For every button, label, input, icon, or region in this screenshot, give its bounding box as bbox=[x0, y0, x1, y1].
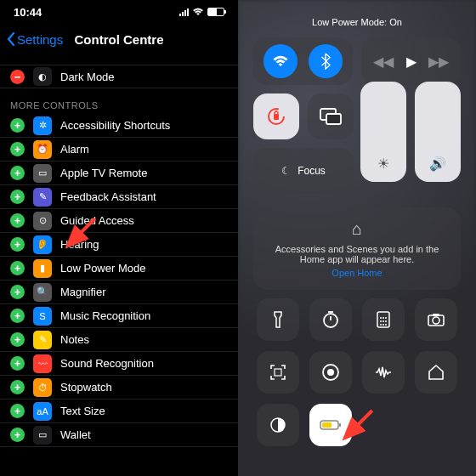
add-icon[interactable]: + bbox=[10, 404, 25, 418]
svg-point-12 bbox=[380, 320, 382, 322]
page-title: Control Centre bbox=[75, 32, 164, 47]
app-icon: ✎ bbox=[33, 188, 52, 207]
screen-mirror-tile[interactable] bbox=[308, 94, 354, 139]
home-icon: ⌂ bbox=[267, 219, 447, 239]
rotation-lock-tile[interactable] bbox=[253, 94, 299, 139]
play-icon[interactable]: ▶ bbox=[406, 54, 416, 70]
add-icon[interactable]: + bbox=[10, 118, 25, 133]
add-icon[interactable]: + bbox=[10, 261, 25, 275]
home-link[interactable]: Open Home bbox=[267, 268, 447, 278]
more-controls-list: +✲Accessibility Shortcuts+⏰Alarm+▭Apple … bbox=[0, 114, 238, 447]
svg-rect-4 bbox=[326, 114, 341, 124]
row-label: Alarm bbox=[60, 143, 89, 156]
add-icon[interactable]: + bbox=[10, 142, 25, 156]
app-icon: S bbox=[33, 307, 52, 326]
more-row[interactable]: +✲Accessibility Shortcuts bbox=[0, 114, 238, 138]
add-icon[interactable]: + bbox=[10, 213, 25, 228]
wifi-toggle[interactable] bbox=[264, 44, 298, 78]
more-row[interactable]: +⏰Alarm bbox=[0, 138, 238, 162]
more-row[interactable]: +✎Feedback Assistant bbox=[0, 185, 238, 209]
svg-point-9 bbox=[380, 317, 382, 319]
svg-point-15 bbox=[380, 324, 382, 326]
focus-tile[interactable]: ☾ Focus bbox=[253, 148, 354, 194]
row-label: Apple TV Remote bbox=[60, 167, 147, 179]
svg-rect-26 bbox=[322, 422, 332, 428]
back-label: Settings bbox=[17, 32, 63, 47]
more-row[interactable]: +▭Wallet bbox=[0, 423, 238, 447]
add-icon[interactable]: + bbox=[10, 332, 25, 347]
add-icon[interactable]: + bbox=[10, 309, 25, 323]
app-icon: 〰 bbox=[33, 354, 52, 373]
media-tile[interactable]: ◀◀ ▶ ▶▶ bbox=[361, 37, 461, 85]
app-icon: 👂 bbox=[33, 235, 52, 254]
back-button[interactable]: Settings bbox=[7, 32, 63, 47]
more-row[interactable]: +⊙Guided Access bbox=[0, 209, 238, 233]
row-label: Sound Recognition bbox=[60, 357, 154, 370]
camera-tile[interactable] bbox=[415, 298, 457, 341]
more-row[interactable]: +▮Low Power Mode bbox=[0, 257, 238, 280]
more-row[interactable]: +aAText Size bbox=[0, 400, 238, 423]
screen-record-tile[interactable] bbox=[309, 351, 352, 394]
app-icon: ⊙ bbox=[33, 212, 52, 230]
row-label: Stopwatch bbox=[60, 381, 112, 394]
forward-icon[interactable]: ▶▶ bbox=[428, 54, 449, 70]
darkmode-icon: ◐ bbox=[33, 67, 52, 86]
bluetooth-toggle[interactable] bbox=[309, 44, 343, 78]
home-card[interactable]: ⌂ Accessories and Scenes you add in the … bbox=[253, 207, 461, 290]
row-label: Wallet bbox=[60, 428, 91, 441]
row-label: Accessibility Shortcuts bbox=[60, 119, 170, 132]
more-row[interactable]: +SMusic Recognition bbox=[0, 304, 238, 328]
row-label: Low Power Mode bbox=[60, 262, 145, 275]
calculator-tile[interactable] bbox=[362, 298, 405, 341]
svg-point-16 bbox=[382, 324, 384, 326]
row-label: Magnifier bbox=[60, 286, 105, 298]
more-row[interactable]: +⏱Stopwatch bbox=[0, 376, 238, 400]
app-icon: ▭ bbox=[33, 164, 52, 183]
nav-bar: Settings Control Centre bbox=[0, 24, 238, 54]
status-icons bbox=[179, 8, 224, 16]
app-icon: 🔍 bbox=[33, 283, 52, 302]
qr-tile[interactable] bbox=[257, 351, 299, 394]
volume-slider[interactable]: 🔊 bbox=[415, 82, 461, 182]
moon-icon: ☾ bbox=[281, 165, 291, 177]
add-icon[interactable]: + bbox=[10, 166, 25, 180]
focus-label: Focus bbox=[298, 165, 326, 177]
darkmode-tile[interactable] bbox=[257, 404, 299, 446]
brightness-slider[interactable]: ☀ bbox=[360, 82, 406, 182]
flashlight-tile[interactable] bbox=[257, 298, 299, 341]
timer-tile[interactable] bbox=[309, 298, 352, 341]
svg-point-19 bbox=[433, 317, 439, 324]
more-row[interactable]: +🔍Magnifier bbox=[0, 280, 238, 304]
more-row[interactable]: +〰Sound Recognition bbox=[0, 352, 238, 376]
included-row[interactable]: − ◐ Dark Mode bbox=[0, 65, 238, 88]
add-icon[interactable]: + bbox=[10, 428, 25, 442]
connectivity-tile[interactable] bbox=[253, 37, 353, 85]
control-centre-panel: Low Power Mode: On ◀◀ ▶ ▶▶ ☀ 🔊 ☾ Focus bbox=[238, 0, 476, 476]
status-bar: 10:44 bbox=[0, 0, 238, 24]
more-row[interactable]: +✎Notes bbox=[0, 328, 238, 352]
sound-recognition-tile[interactable] bbox=[362, 351, 405, 394]
status-time: 10:44 bbox=[14, 6, 42, 19]
app-icon: aA bbox=[33, 402, 52, 421]
row-label: Feedback Assistant bbox=[60, 190, 156, 203]
home-tile[interactable] bbox=[415, 351, 457, 394]
add-icon[interactable]: + bbox=[10, 380, 25, 394]
section-header: More Controls bbox=[0, 88, 238, 114]
remove-icon[interactable]: − bbox=[10, 70, 25, 84]
rewind-icon[interactable]: ◀◀ bbox=[373, 54, 394, 70]
svg-point-13 bbox=[382, 320, 384, 322]
home-msg: Accessories and Scenes you add in the Ho… bbox=[267, 244, 447, 264]
more-row[interactable]: +▭Apple TV Remote bbox=[0, 162, 238, 185]
more-row[interactable]: +👂Hearing bbox=[0, 233, 238, 257]
row-label: Notes bbox=[60, 333, 89, 346]
app-icon: ✎ bbox=[33, 331, 52, 349]
add-icon[interactable]: + bbox=[10, 237, 25, 252]
wifi-icon bbox=[192, 8, 204, 16]
add-icon[interactable]: + bbox=[10, 190, 25, 204]
app-icon: ⏰ bbox=[33, 140, 52, 159]
app-icon: ▭ bbox=[33, 426, 52, 445]
add-icon[interactable]: + bbox=[10, 285, 25, 299]
add-icon[interactable]: + bbox=[10, 356, 25, 371]
app-icon: ⏱ bbox=[33, 378, 52, 397]
svg-point-14 bbox=[385, 320, 387, 322]
